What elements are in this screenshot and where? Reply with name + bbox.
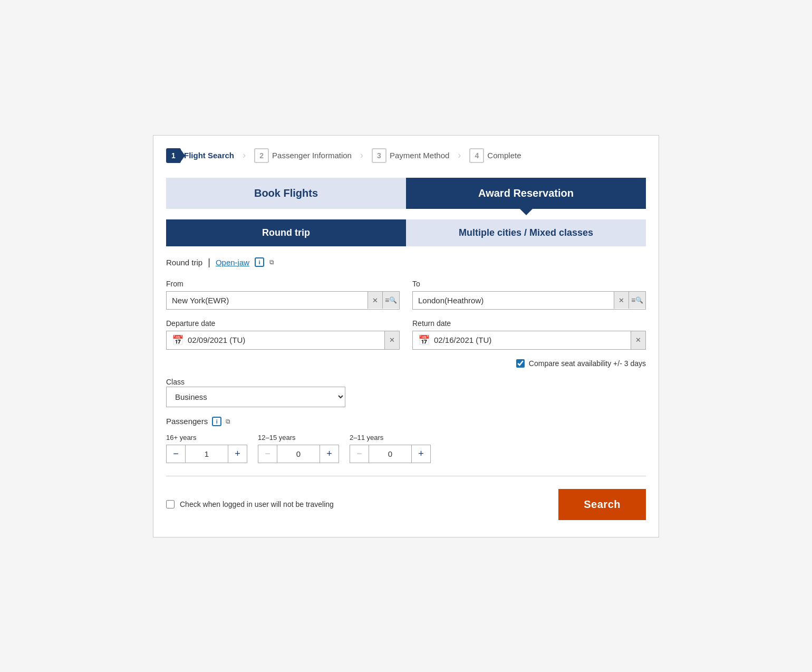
class-label: Class xyxy=(166,378,185,386)
pax-adult-minus-button[interactable]: − xyxy=(167,445,186,463)
main-container: 1 Flight Search › 2 Passenger Informatio… xyxy=(153,135,659,537)
to-label: To xyxy=(412,280,646,288)
pax-child-label: 2–11 years xyxy=(350,434,431,441)
step-sep-1: › xyxy=(243,150,246,161)
trip-round-tab[interactable]: Round trip xyxy=(166,219,406,246)
to-search-button[interactable]: ≡🔍 xyxy=(629,292,645,309)
from-input[interactable] xyxy=(167,292,368,309)
check-traveling-group: Check when logged in user will not be tr… xyxy=(166,500,334,508)
return-group: Return date 📅 02/16/2021 (TU) ✕ xyxy=(412,319,646,350)
from-label: From xyxy=(166,280,400,288)
departure-group: Departure date 📅 02/09/2021 (TU) ✕ xyxy=(166,319,400,350)
step-1-label: Flight Search xyxy=(184,151,234,160)
to-input[interactable] xyxy=(413,292,614,309)
departure-date-clear-button[interactable]: ✕ xyxy=(384,331,399,349)
stepper: 1 Flight Search › 2 Passenger Informatio… xyxy=(166,148,646,163)
step-4-num: 4 xyxy=(469,148,484,163)
step-sep-2: › xyxy=(360,150,363,161)
return-label: Return date xyxy=(412,319,646,328)
step-1-num: 1 xyxy=(166,148,181,163)
search-button[interactable]: Search xyxy=(558,489,646,520)
pax-teen-minus-button[interactable]: − xyxy=(258,445,277,463)
passengers-label-row: Passengers i ⧉ xyxy=(166,417,646,426)
pax-group-teen: 12–15 years − + xyxy=(258,434,339,463)
return-date-value: 02/16/2021 (TU) xyxy=(434,335,626,344)
from-group: From ✕ ≡🔍 xyxy=(166,280,400,310)
from-search-button[interactable]: ≡🔍 xyxy=(382,292,399,309)
to-clear-button[interactable]: ✕ xyxy=(614,292,629,309)
pax-child-input[interactable] xyxy=(369,445,411,463)
trip-select-row: Round trip | Open-jaw i ⧉ xyxy=(166,257,646,268)
pax-group-child: 2–11 years − + xyxy=(350,434,431,463)
class-select[interactable]: Economy Premium Economy Business First xyxy=(166,387,345,407)
tab-book-flights[interactable]: Book Flights xyxy=(166,178,406,209)
pax-child-counter: − + xyxy=(350,445,431,463)
return-calendar-icon: 📅 xyxy=(418,334,430,346)
pax-group-adult: 16+ years − + xyxy=(166,434,247,463)
step-3: 3 Payment Method xyxy=(372,148,449,163)
compare-checkbox-row: Compare seat availability +/- 3 days xyxy=(166,359,646,368)
to-group: To ✕ ≡🔍 xyxy=(412,280,646,310)
pax-teen-counter: − + xyxy=(258,445,339,463)
open-jaw-external-icon[interactable]: ⧉ xyxy=(269,258,277,266)
booking-tab-bar: Book Flights Award Reservation xyxy=(166,178,646,209)
step-4-label: Complete xyxy=(487,151,521,160)
open-jaw-info-icon[interactable]: i xyxy=(255,257,264,267)
from-clear-button[interactable]: ✕ xyxy=(368,292,382,309)
not-traveling-label[interactable]: Check when logged in user will not be tr… xyxy=(180,500,334,508)
step-2-label: Passenger Information xyxy=(272,151,352,160)
return-date-wrap[interactable]: 📅 02/16/2021 (TU) ✕ xyxy=(412,331,646,350)
passenger-groups: 16+ years − + 12–15 years − + 2–11 years… xyxy=(166,434,646,463)
pax-adult-counter: − + xyxy=(166,445,247,463)
departure-date-value: 02/09/2021 (TU) xyxy=(188,335,380,344)
step-2-num: 2 xyxy=(254,148,269,163)
step-1: 1 Flight Search xyxy=(166,148,234,163)
from-to-row: From ✕ ≡🔍 To ✕ ≡🔍 xyxy=(166,280,646,310)
bottom-row: Check when logged in user will not be tr… xyxy=(166,489,646,520)
return-date-clear-button[interactable]: ✕ xyxy=(631,331,645,349)
pax-adult-input[interactable] xyxy=(186,445,228,463)
pax-teen-input[interactable] xyxy=(277,445,320,463)
step-3-label: Payment Method xyxy=(390,151,449,160)
pax-teen-label: 12–15 years xyxy=(258,434,339,441)
round-trip-text: Round trip xyxy=(166,258,202,267)
open-jaw-link[interactable]: Open-jaw xyxy=(216,258,249,267)
class-group: Class Economy Premium Economy Business F… xyxy=(166,377,646,407)
passengers-info-icon[interactable]: i xyxy=(212,417,221,426)
step-sep-3: › xyxy=(458,150,461,161)
step-3-num: 3 xyxy=(372,148,386,163)
trip-type-bar: Round trip Multiple cities / Mixed class… xyxy=(166,219,646,246)
passengers-label: Passengers xyxy=(166,417,208,426)
departure-calendar-icon: 📅 xyxy=(172,334,183,346)
departure-date-wrap[interactable]: 📅 02/09/2021 (TU) ✕ xyxy=(166,331,400,350)
departure-label: Departure date xyxy=(166,319,400,328)
passengers-external-icon[interactable]: ⧉ xyxy=(226,418,233,425)
trip-multi-tab[interactable]: Multiple cities / Mixed classes xyxy=(406,219,646,246)
pax-child-minus-button[interactable]: − xyxy=(350,445,369,463)
to-input-wrap: ✕ ≡🔍 xyxy=(412,291,646,310)
tab-award-reservation[interactable]: Award Reservation xyxy=(406,178,646,209)
compare-checkbox-label[interactable]: Compare seat availability +/- 3 days xyxy=(529,359,646,368)
trip-separator: | xyxy=(208,257,210,268)
compare-checkbox[interactable] xyxy=(516,359,525,368)
from-input-wrap: ✕ ≡🔍 xyxy=(166,291,400,310)
section-divider xyxy=(166,476,646,476)
pax-teen-plus-button[interactable]: + xyxy=(320,445,339,463)
step-4: 4 Complete xyxy=(469,148,521,163)
step-2: 2 Passenger Information xyxy=(254,148,352,163)
dates-row: Departure date 📅 02/09/2021 (TU) ✕ Retur… xyxy=(166,319,646,350)
pax-child-plus-button[interactable]: + xyxy=(411,445,430,463)
pax-adult-plus-button[interactable]: + xyxy=(228,445,247,463)
not-traveling-checkbox[interactable] xyxy=(166,500,175,508)
pax-adult-label: 16+ years xyxy=(166,434,247,441)
